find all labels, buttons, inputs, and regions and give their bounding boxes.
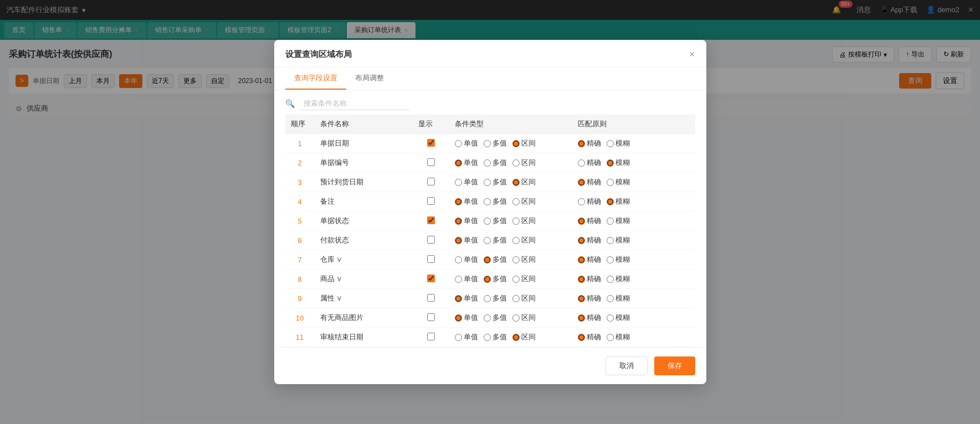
- type-radio-单值[interactable]: 单值: [455, 235, 478, 245]
- modal-tab-query-fields[interactable]: 查询字段设置: [285, 68, 346, 90]
- match-radio-精确[interactable]: 精确: [578, 177, 601, 187]
- match-radio-精确[interactable]: 精确: [578, 197, 601, 206]
- type-radio-多值[interactable]: 多值: [484, 197, 507, 206]
- type-radio-区间[interactable]: 区间: [512, 255, 536, 265]
- row-display-cell[interactable]: [413, 250, 449, 270]
- row-display-cell[interactable]: [413, 211, 449, 231]
- type-radio-多值[interactable]: 多值: [484, 216, 507, 226]
- th-display: 显示: [413, 115, 449, 134]
- display-checkbox-label[interactable]: [427, 179, 435, 187]
- th-name: 条件名称: [315, 115, 413, 134]
- type-radio-单值[interactable]: 单值: [455, 197, 478, 206]
- type-radio-区间[interactable]: 区间: [512, 235, 536, 245]
- modal-tab-layout[interactable]: 布局调整: [346, 68, 393, 90]
- match-radio-模糊[interactable]: 模糊: [607, 158, 630, 168]
- type-radio-区间[interactable]: 区间: [512, 177, 536, 187]
- type-radio-多值[interactable]: 多值: [484, 158, 507, 168]
- match-radio-精确[interactable]: 精确: [578, 313, 601, 323]
- display-checkbox-label[interactable]: [427, 314, 435, 323]
- display-checkbox-label[interactable]: [427, 334, 435, 342]
- row-display-cell[interactable]: [413, 270, 449, 289]
- type-radio-单值[interactable]: 单值: [455, 313, 478, 323]
- match-radio-模糊[interactable]: 模糊: [607, 255, 630, 265]
- type-radio-单值[interactable]: 单值: [455, 158, 478, 168]
- type-radio-多值[interactable]: 多值: [484, 177, 507, 187]
- display-checkbox-label[interactable]: [427, 198, 435, 206]
- display-checkbox-label[interactable]: [427, 218, 435, 226]
- save-button[interactable]: 保存: [654, 356, 695, 375]
- row-display-cell[interactable]: [413, 153, 449, 173]
- type-radio-多值[interactable]: 多值: [484, 332, 507, 342]
- display-checkbox[interactable]: [427, 313, 435, 321]
- match-radio-精确[interactable]: 精确: [578, 274, 601, 284]
- row-type-cell: 单值多值区间: [449, 328, 572, 347]
- row-display-cell[interactable]: [413, 134, 449, 153]
- cancel-button[interactable]: 取消: [606, 356, 648, 375]
- modal-close-button[interactable]: ×: [689, 49, 695, 60]
- display-checkbox-label[interactable]: [427, 237, 435, 245]
- display-checkbox[interactable]: [427, 333, 435, 340]
- type-radio-区间[interactable]: 区间: [512, 274, 536, 284]
- match-radio-模糊[interactable]: 模糊: [607, 216, 630, 226]
- type-radio-多值[interactable]: 多值: [484, 274, 507, 284]
- type-radio-多值[interactable]: 多值: [484, 313, 507, 323]
- type-radio-区间[interactable]: 区间: [512, 216, 536, 226]
- row-match-cell: 精确模糊: [572, 289, 695, 308]
- type-radio-单值[interactable]: 单值: [455, 293, 478, 303]
- match-radio-模糊[interactable]: 模糊: [607, 313, 630, 323]
- type-radio-单值[interactable]: 单值: [455, 255, 478, 265]
- match-radio-精确[interactable]: 精确: [578, 293, 601, 303]
- type-radio-多值[interactable]: 多值: [484, 255, 507, 265]
- match-radio-精确[interactable]: 精确: [578, 158, 601, 168]
- type-radio-单值[interactable]: 单值: [455, 177, 478, 187]
- display-checkbox-label[interactable]: [427, 256, 435, 265]
- match-radio-模糊[interactable]: 模糊: [607, 235, 630, 245]
- match-radio-精确[interactable]: 精确: [578, 332, 601, 342]
- display-checkbox[interactable]: [427, 255, 435, 263]
- match-radio-精确[interactable]: 精确: [578, 235, 601, 245]
- type-radio-单值[interactable]: 单值: [455, 332, 478, 342]
- display-checkbox[interactable]: [427, 236, 435, 244]
- type-radio-单值[interactable]: 单值: [455, 138, 478, 148]
- row-display-cell[interactable]: [413, 192, 449, 211]
- search-input[interactable]: [299, 97, 410, 110]
- row-order: 10: [285, 308, 315, 328]
- display-checkbox[interactable]: [427, 197, 435, 205]
- display-checkbox[interactable]: [427, 158, 435, 166]
- type-radio-区间[interactable]: 区间: [512, 197, 536, 206]
- match-radio-精确[interactable]: 精确: [578, 138, 601, 148]
- type-radio-区间[interactable]: 区间: [512, 293, 536, 303]
- match-radio-精确[interactable]: 精确: [578, 216, 601, 226]
- type-radio-单值[interactable]: 单值: [455, 216, 478, 226]
- row-display-cell[interactable]: [413, 328, 449, 347]
- display-checkbox-label[interactable]: [427, 295, 435, 303]
- row-display-cell[interactable]: [413, 173, 449, 192]
- match-radio-模糊[interactable]: 模糊: [607, 332, 630, 342]
- row-display-cell[interactable]: [413, 289, 449, 308]
- display-checkbox[interactable]: [427, 275, 435, 282]
- match-radio-模糊[interactable]: 模糊: [607, 293, 630, 303]
- match-radio-模糊[interactable]: 模糊: [607, 177, 630, 187]
- row-display-cell[interactable]: [413, 231, 449, 250]
- type-radio-单值[interactable]: 单值: [455, 274, 478, 284]
- type-radio-区间[interactable]: 区间: [512, 158, 536, 168]
- display-checkbox-label[interactable]: [427, 159, 435, 168]
- type-radio-区间[interactable]: 区间: [512, 313, 536, 323]
- display-checkbox[interactable]: [427, 178, 435, 185]
- type-radio-多值[interactable]: 多值: [484, 138, 507, 148]
- display-checkbox[interactable]: [427, 294, 435, 302]
- display-checkbox[interactable]: [427, 139, 435, 147]
- match-radio-精确[interactable]: 精确: [578, 255, 601, 265]
- display-checkbox-label[interactable]: [427, 140, 435, 148]
- match-radio-模糊[interactable]: 模糊: [607, 197, 630, 206]
- type-radio-区间[interactable]: 区间: [512, 138, 536, 148]
- type-radio-多值[interactable]: 多值: [484, 293, 507, 303]
- row-match-cell: 精确模糊: [572, 270, 695, 289]
- row-display-cell[interactable]: [413, 308, 449, 328]
- type-radio-多值[interactable]: 多值: [484, 235, 507, 245]
- match-radio-模糊[interactable]: 模糊: [607, 274, 630, 284]
- type-radio-区间[interactable]: 区间: [512, 332, 536, 342]
- display-checkbox[interactable]: [427, 216, 435, 224]
- display-checkbox-label[interactable]: [427, 276, 435, 284]
- match-radio-模糊[interactable]: 模糊: [607, 138, 630, 148]
